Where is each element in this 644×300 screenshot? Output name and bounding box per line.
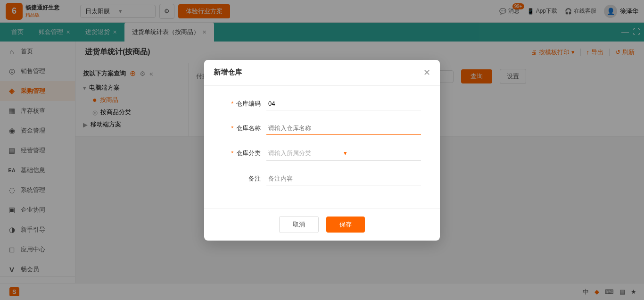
warehouse-code-row: * 仓库编码 [223, 97, 421, 110]
modal-overlay: 新增仓库 ✕ * 仓库编码 * 仓库名称 [0, 0, 644, 300]
warehouse-code-label: * 仓库编码 [223, 100, 261, 108]
required-star-2: * [231, 125, 233, 132]
save-button[interactable]: 保存 [326, 217, 365, 233]
warehouse-category-label: * 仓库分类 [223, 149, 261, 158]
modal-header: 新增仓库 ✕ [204, 60, 440, 86]
warehouse-category-placeholder: 请输入所属分类 [268, 149, 344, 158]
modal-title: 新增仓库 [214, 68, 242, 77]
required-star-3: * [231, 150, 233, 157]
warehouse-name-row: * 仓库名称 [223, 122, 421, 135]
warehouse-category-select[interactable]: 请输入所属分类 ▾ [266, 146, 421, 161]
warehouse-category-row: * 仓库分类 请输入所属分类 ▾ [223, 146, 421, 161]
required-star-1: * [231, 100, 233, 107]
add-warehouse-modal: 新增仓库 ✕ * 仓库编码 * 仓库名称 [204, 60, 440, 241]
warehouse-remark-label: 备注 [223, 175, 261, 183]
warehouse-code-input[interactable] [266, 97, 421, 110]
warehouse-name-label: * 仓库名称 [223, 124, 261, 133]
warehouse-remark-input[interactable] [266, 172, 421, 185]
modal-close-button[interactable]: ✕ [423, 67, 430, 78]
modal-footer: 取消 保存 [204, 208, 440, 241]
dropdown-arrow-icon: ▾ [344, 150, 419, 157]
warehouse-name-input[interactable] [266, 122, 421, 135]
warehouse-remark-row: 备注 [223, 172, 421, 185]
modal-body: * 仓库编码 * 仓库名称 * 仓库分类 请输入所属 [204, 86, 440, 208]
cancel-button[interactable]: 取消 [279, 216, 319, 233]
